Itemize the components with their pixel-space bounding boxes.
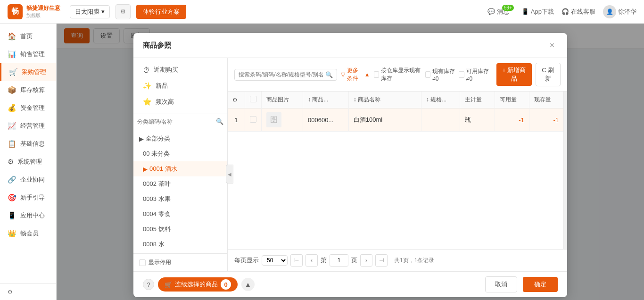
product-search-box: 🔍 <box>234 69 337 81</box>
search-submit-icon[interactable]: 🔍 <box>325 71 333 78</box>
quick-btn-new[interactable]: ✨ 新品 <box>137 78 223 94</box>
quick-btn-freq-label: 频次高 <box>156 98 174 106</box>
next-page-btn[interactable]: › <box>360 254 372 267</box>
logo-icon: 畅 <box>8 4 23 19</box>
sidebar-settings-btn[interactable]: ⚙ <box>0 284 56 300</box>
service-btn[interactable]: 🎧 在线客服 <box>561 8 595 16</box>
filter-btn[interactable]: ▽ 更多条件 ▲ <box>341 67 370 83</box>
table-scrollbar[interactable] <box>563 92 567 249</box>
product-search-input[interactable] <box>239 71 323 78</box>
table-header-row: ⚙ 商品图片 <box>228 92 563 108</box>
modal-close-btn[interactable]: × <box>546 40 558 51</box>
tree-item-00[interactable]: 00 未分类 <box>133 146 227 161</box>
collapse-panel-btn[interactable]: ◀ <box>226 165 233 183</box>
help-btn[interactable]: ? <box>143 279 154 290</box>
sidebar-item-guide[interactable]: 🎯 新手引导 <box>0 189 56 207</box>
settings-bottom-icon: ⚙ <box>8 289 13 295</box>
page-input[interactable] <box>330 254 348 267</box>
tree-item-0003[interactable]: 0003 水果 <box>133 192 227 207</box>
tree-item-all[interactable]: ▶ 全部分类 <box>133 131 227 146</box>
confirm-btn[interactable]: 确定 <box>523 277 558 292</box>
table-row[interactable]: 1 图 <box>228 108 563 132</box>
tree-item-0001[interactable]: ▶ 0001 酒水 <box>133 161 227 176</box>
category-search-input[interactable] <box>137 118 214 125</box>
quick-btn-area: ⏱ 近期购买 ✨ 新品 ⭐ 频次高 <box>133 58 227 114</box>
refresh-btn[interactable]: C 刷新 <box>536 63 561 86</box>
top-nav: 畅 畅捷通好生意 旗舰版 日太阳膜 ▾ ⚙ 体验行业方案 💬 消息 99+ 📱 … <box>0 0 644 24</box>
sidebar-item-home[interactable]: 🏠 首页 <box>0 27 56 45</box>
sidebar-item-system[interactable]: ⚙ 系统管理 <box>0 153 56 171</box>
tree-item-0005[interactable]: 0005 饮料 <box>133 222 227 237</box>
store-selector[interactable]: 日太阳膜 ▾ <box>70 5 110 18</box>
settings-button[interactable]: ⚙ <box>116 4 131 19</box>
system-icon: ⚙ <box>8 158 14 166</box>
row-checkbox-cell[interactable] <box>245 108 261 132</box>
cancel-btn[interactable]: 取消 <box>485 276 517 292</box>
gear-icon: ⚙ <box>120 8 126 15</box>
business-icon: 📈 <box>8 122 17 130</box>
messages-btn[interactable]: 💬 消息 99+ <box>487 8 509 16</box>
col-code[interactable]: ↕ 商品... <box>303 92 349 108</box>
sidebar-label-system: 系统管理 <box>17 158 42 166</box>
pagination: 每页显示 50 10 20 100 ⊢ ‹ 第 页 <box>228 249 567 271</box>
add-product-btn[interactable]: + 新增商品 <box>496 63 532 86</box>
sidebar-label-purchase: 采购管理 <box>22 68 46 76</box>
app-download-btn[interactable]: 📱 App下载 <box>521 8 554 16</box>
messages-badge: 99+ <box>502 5 514 11</box>
sidebar-label-sales: 销售管理 <box>20 50 45 58</box>
sort-icon-spec: ↕ <box>426 96 429 103</box>
col-spec[interactable]: ↕ 规格... <box>421 92 460 108</box>
base-icon: 📋 <box>8 140 17 148</box>
fold-btn[interactable]: ▲ <box>241 278 255 291</box>
warehouse-checkbox[interactable] <box>374 71 380 78</box>
per-page-select[interactable]: 50 10 20 100 <box>262 255 288 266</box>
sidebar-item-member[interactable]: 👑 畅会员 <box>0 225 56 242</box>
product-image: 图 <box>266 112 281 127</box>
sidebar-item-inventory[interactable]: 📦 库存核算 <box>0 81 56 99</box>
user-area[interactable]: 👤 徐泽华 <box>603 5 636 18</box>
show-disabled-checkbox[interactable] <box>139 259 146 266</box>
sort-icon-name: ↕ <box>354 96 356 103</box>
tree-label-all: 全部分类 <box>146 134 170 143</box>
col-name[interactable]: ↕ 商品名称 <box>348 92 421 108</box>
sidebar-item-app[interactable]: 📱 应用中心 <box>0 207 56 225</box>
tree-item-0008[interactable]: 0008 水 <box>133 237 227 252</box>
sidebar-item-enterprise[interactable]: 🔗 企业协同 <box>0 171 56 189</box>
exp-button[interactable]: 体验行业方案 <box>136 5 186 19</box>
tree-label-0001: 0001 酒水 <box>149 165 177 173</box>
user-avatar: 👤 <box>603 5 616 18</box>
sidebar-item-purchase[interactable]: 🛒 采购管理 <box>0 63 56 81</box>
header-checkbox[interactable] <box>250 96 256 102</box>
tree-label-0005: 0005 饮料 <box>143 225 171 233</box>
table-area: ⚙ 商品图片 <box>228 92 567 249</box>
prev-page-btn[interactable]: ‹ <box>305 254 318 267</box>
sidebar-item-finance[interactable]: 💰 资金管理 <box>0 99 56 117</box>
tree-label-0008: 0008 水 <box>143 240 165 249</box>
tree-item-0004[interactable]: 0004 零食 <box>133 207 227 222</box>
search-icon[interactable]: 🔍 <box>216 118 223 125</box>
filter-option-available[interactable]: 可用库存≠0 <box>459 67 489 82</box>
quick-btn-recent[interactable]: ⏱ 近期购买 <box>137 62 223 78</box>
quick-btn-new-label: 新品 <box>156 82 168 90</box>
row-code-cell: 000600... <box>303 108 349 132</box>
available-checkbox[interactable] <box>459 71 464 78</box>
first-page-btn[interactable]: ⊢ <box>290 254 303 267</box>
filter-option-warehouse[interactable]: 按仓库显示现有库存 <box>374 67 421 83</box>
col-settings[interactable]: ⚙ <box>228 92 245 108</box>
row-checkbox[interactable] <box>250 116 256 123</box>
tree-item-0002[interactable]: 0002 茶叶 <box>133 176 227 192</box>
member-icon: 👑 <box>8 229 17 238</box>
quick-btn-frequent[interactable]: ⭐ 频次高 <box>137 94 223 110</box>
home-icon: 🏠 <box>8 32 17 41</box>
col-checkbox[interactable] <box>245 92 261 108</box>
quick-buttons: ⏱ 近期购买 ✨ 新品 ⭐ 频次高 <box>137 62 223 110</box>
sidebar-item-sales[interactable]: 📊 销售管理 <box>0 45 56 63</box>
row-stock-cell: -1 <box>529 108 563 132</box>
last-page-btn[interactable]: ⊣ <box>375 254 388 267</box>
stock-checkbox[interactable] <box>425 71 430 78</box>
sidebar-item-base[interactable]: 📋 基础信息 <box>0 135 56 153</box>
filter-option-stock[interactable]: 现有库存≠0 <box>425 67 455 82</box>
cart-area[interactable]: 🛒 连续选择的商品 0 <box>158 277 238 292</box>
sidebar-item-business[interactable]: 📈 经营管理 <box>0 117 56 135</box>
row-name-cell: 白酒100ml <box>348 108 421 132</box>
